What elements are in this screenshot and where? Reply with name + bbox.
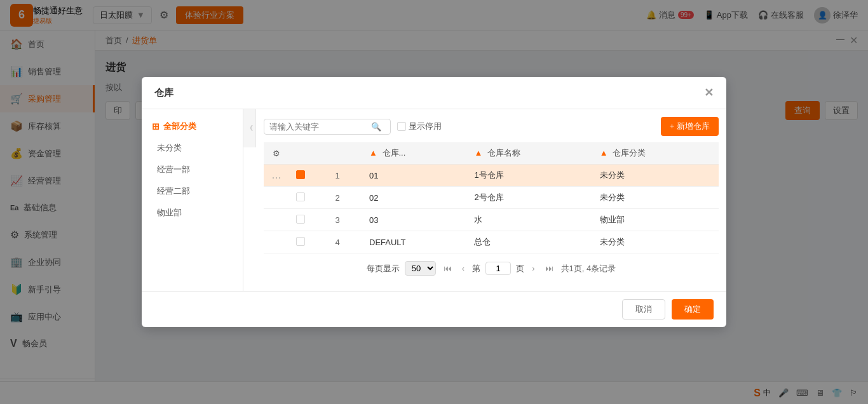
row-category: 未分类 bbox=[593, 165, 719, 187]
modal-search-row: 🔍 显示停用 + 新增仓库 bbox=[264, 117, 719, 136]
confirm-btn[interactable]: 确定 bbox=[672, 299, 714, 320]
search-input[interactable] bbox=[269, 122, 371, 131]
search-icon[interactable]: 🔍 bbox=[371, 122, 381, 131]
show-disabled-checkbox[interactable] bbox=[397, 122, 406, 131]
row-checkbox[interactable] bbox=[296, 192, 305, 201]
modal-footer: 取消 确定 bbox=[142, 291, 726, 327]
row-action[interactable]: … bbox=[264, 165, 289, 187]
table-row[interactable]: … 3 03 水 物业部 bbox=[264, 209, 719, 231]
row-checkbox-cell[interactable] bbox=[289, 165, 312, 187]
table-header-category[interactable]: ▲ 仓库分类 bbox=[593, 142, 719, 165]
page-input[interactable] bbox=[485, 262, 511, 275]
table-row[interactable]: … 2 02 2号仓库 未分类 bbox=[264, 187, 719, 209]
modal-sidebar: ⊞ 全部分类 未分类 经营一部 经营二部 物业部 bbox=[142, 109, 243, 291]
table-header-name[interactable]: ▲ 仓库名称 bbox=[468, 142, 593, 165]
grid-icon: ⊞ bbox=[152, 121, 159, 131]
prev-page-btn[interactable]: ‹ bbox=[459, 262, 467, 274]
row-name: 总仓 bbox=[468, 231, 593, 253]
row-code: 02 bbox=[363, 187, 468, 209]
search-group: 🔍 显示停用 bbox=[264, 119, 442, 135]
row-num: 3 bbox=[312, 209, 363, 231]
row-checkbox[interactable] bbox=[296, 170, 305, 179]
pagination: 每页显示 50 ⏮ ‹ 第 页 › ⏭ 共1页, 4条记录 bbox=[264, 253, 719, 283]
warehouse-table: ⚙ ▲ 仓库... ▲ 仓库名称 bbox=[264, 142, 719, 253]
table-row[interactable]: … 1 01 1号仓库 未分类 bbox=[264, 165, 719, 187]
row-checkbox[interactable] bbox=[296, 237, 305, 246]
row-category: 物业部 bbox=[593, 209, 719, 231]
modal-sidebar-all-category[interactable]: ⊞ 全部分类 bbox=[142, 116, 243, 137]
modal-title: 仓库 bbox=[154, 87, 173, 99]
sort-icon-category: ▲ bbox=[600, 148, 608, 158]
row-category: 未分类 bbox=[593, 187, 719, 209]
row-num: 2 bbox=[312, 187, 363, 209]
table-header-index bbox=[312, 142, 363, 165]
show-disabled-label[interactable]: 显示停用 bbox=[397, 121, 442, 132]
modal-header: 仓库 ✕ bbox=[142, 77, 726, 109]
dots-icon[interactable]: … bbox=[271, 170, 281, 180]
row-code: 01 bbox=[363, 165, 468, 187]
table-header-gear[interactable]: ⚙ bbox=[264, 142, 289, 165]
modal-close-btn[interactable]: ✕ bbox=[704, 86, 714, 100]
per-page-select[interactable]: 50 bbox=[405, 261, 436, 276]
row-action[interactable]: … bbox=[264, 209, 289, 231]
row-checkbox-cell[interactable] bbox=[289, 209, 312, 231]
row-action[interactable]: … bbox=[264, 231, 289, 253]
modal-sidebar-item-dept2[interactable]: 经营二部 bbox=[142, 180, 243, 202]
modal-sidebar-item-uncategorized[interactable]: 未分类 bbox=[142, 137, 243, 159]
table-header-code[interactable]: ▲ 仓库... bbox=[363, 142, 468, 165]
row-name: 水 bbox=[468, 209, 593, 231]
row-code: 03 bbox=[363, 209, 468, 231]
sort-icon-code: ▲ bbox=[369, 148, 377, 158]
add-warehouse-btn[interactable]: + 新增仓库 bbox=[661, 117, 719, 136]
sidebar-collapse-btn[interactable]: 《 bbox=[243, 109, 256, 147]
cancel-btn[interactable]: 取消 bbox=[622, 299, 665, 320]
table-header-checkbox bbox=[289, 142, 312, 165]
modal-content-area: 🔍 显示停用 + 新增仓库 ⚙ bbox=[256, 109, 726, 291]
row-checkbox-cell[interactable] bbox=[289, 187, 312, 209]
modal-sidebar-item-dept1[interactable]: 经营一部 bbox=[142, 159, 243, 180]
row-checkbox-cell[interactable] bbox=[289, 231, 312, 253]
row-num: 4 bbox=[312, 231, 363, 253]
row-checkbox[interactable] bbox=[296, 215, 305, 224]
last-page-btn[interactable]: ⏭ bbox=[543, 262, 556, 274]
search-box: 🔍 bbox=[264, 119, 391, 135]
row-num: 1 bbox=[312, 165, 363, 187]
warehouse-modal: 仓库 ✕ ⊞ 全部分类 未分类 经营一部 经营二部 bbox=[142, 77, 726, 327]
next-page-btn[interactable]: › bbox=[529, 262, 537, 274]
row-name: 2号仓库 bbox=[468, 187, 593, 209]
modal-sidebar-item-property[interactable]: 物业部 bbox=[142, 202, 243, 224]
row-code: DEFAULT bbox=[363, 231, 468, 253]
row-action[interactable]: … bbox=[264, 187, 289, 209]
total-info: 共1页, 4条记录 bbox=[561, 263, 616, 274]
sort-icon-name: ▲ bbox=[474, 148, 482, 158]
first-page-btn[interactable]: ⏮ bbox=[441, 262, 454, 274]
table-row[interactable]: … 4 DEFAULT 总仓 未分类 bbox=[264, 231, 719, 253]
modal-body: ⊞ 全部分类 未分类 经营一部 经营二部 物业部 《 bbox=[142, 109, 726, 291]
row-category: 未分类 bbox=[593, 231, 719, 253]
row-name: 1号仓库 bbox=[468, 165, 593, 187]
modal-overlay: 仓库 ✕ ⊞ 全部分类 未分类 经营一部 经营二部 bbox=[0, 0, 868, 404]
